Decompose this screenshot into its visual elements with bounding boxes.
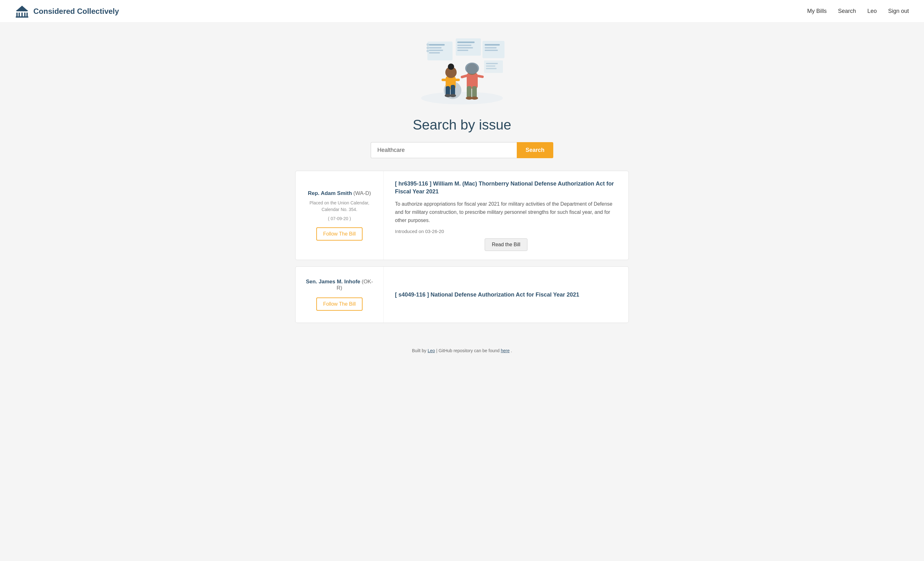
svg-marker-7 [17, 6, 27, 10]
logo-link[interactable]: Considered Collectively [15, 4, 119, 18]
svg-rect-12 [429, 50, 443, 51]
svg-rect-25 [484, 50, 498, 51]
search-bar: Search [371, 142, 553, 158]
rep-name-1: Rep. Adam Smith (WA-D) [308, 190, 371, 196]
header: Considered Collectively My Bills Search … [0, 0, 924, 22]
footer-text-end: . [511, 348, 512, 353]
svg-rect-33 [451, 85, 455, 96]
svg-rect-24 [484, 47, 496, 48]
rep-name-2: Sen. James M. Inhofe (OK-R) [303, 278, 376, 291]
rep-date-1: ( 07-09-20 ) [328, 216, 351, 221]
footer-text-mid: | GitHub repository can be found [436, 348, 501, 353]
bill-1-title: [ hr6395-116 ] William M. (Mac) Thornber… [395, 180, 617, 196]
results-list: Rep. Adam Smith (WA-D) Placed on the Uni… [289, 171, 635, 342]
svg-rect-28 [486, 66, 495, 67]
nav-sign-out[interactable]: Sign out [888, 8, 909, 15]
footer: Built by Leo | GitHub repository can be … [0, 342, 924, 359]
svg-point-8 [421, 92, 503, 105]
svg-rect-13 [429, 52, 440, 54]
main-nav: My Bills Search Leo Sign out [807, 8, 909, 15]
bill-2-right-panel: [ s4049-116 ] National Defense Authoriza… [384, 267, 628, 323]
svg-point-14 [426, 43, 429, 46]
nav-leo[interactable]: Leo [867, 8, 877, 15]
svg-rect-4 [24, 13, 26, 16]
hero-section [0, 22, 924, 111]
svg-rect-23 [484, 44, 500, 46]
svg-rect-42 [472, 86, 477, 98]
search-section: Search by issue Search [0, 111, 924, 171]
svg-rect-19 [457, 45, 471, 46]
bill-1-introduced: Introduced on 03-26-20 [395, 229, 617, 234]
svg-point-37 [448, 64, 454, 70]
svg-rect-3 [21, 13, 22, 16]
bill-2-left-panel: Sen. James M. Inhofe (OK-R) Follow The B… [296, 267, 384, 323]
svg-rect-29 [486, 68, 496, 69]
bill-1-left-panel: Rep. Adam Smith (WA-D) Placed on the Uni… [296, 171, 384, 260]
svg-rect-39 [454, 79, 460, 81]
read-bill-1-button[interactable]: Read the Bill [484, 238, 528, 251]
svg-point-15 [426, 46, 429, 49]
logo-icon [15, 4, 29, 18]
svg-rect-1 [16, 13, 18, 16]
follow-bill-1-button[interactable]: Follow The Bill [316, 227, 363, 241]
hero-illustration [408, 35, 516, 105]
svg-point-46 [465, 63, 479, 74]
svg-rect-41 [467, 86, 471, 98]
follow-bill-2-button[interactable]: Follow The Bill [316, 298, 363, 311]
search-title: Search by issue [412, 117, 511, 133]
bill-1-right-panel: [ hr6395-116 ] William M. (Mac) Thornber… [384, 171, 628, 260]
svg-rect-10 [429, 44, 445, 46]
svg-rect-6 [16, 16, 28, 18]
svg-rect-0 [16, 10, 28, 11]
svg-rect-22 [483, 41, 504, 58]
svg-rect-11 [429, 47, 441, 48]
search-input[interactable] [371, 142, 517, 158]
svg-rect-17 [456, 38, 481, 56]
svg-rect-20 [457, 47, 473, 48]
footer-author-link[interactable]: Leo [428, 348, 435, 353]
bill-1-description: To authorize appropriations for fiscal y… [395, 200, 617, 224]
table-row: Rep. Adam Smith (WA-D) Placed on the Uni… [295, 171, 629, 260]
svg-rect-38 [441, 79, 447, 81]
svg-point-35 [450, 94, 456, 97]
svg-point-16 [426, 50, 429, 52]
bill-2-title: [ s4049-116 ] National Defense Authoriza… [395, 291, 617, 299]
svg-point-44 [471, 97, 478, 100]
svg-rect-18 [457, 42, 475, 43]
svg-rect-21 [457, 50, 468, 51]
footer-github-link[interactable]: here [501, 348, 510, 353]
svg-rect-2 [19, 13, 20, 16]
logo-text: Considered Collectively [33, 7, 119, 16]
nav-my-bills[interactable]: My Bills [807, 8, 827, 15]
table-row: Sen. James M. Inhofe (OK-R) Follow The B… [295, 266, 629, 323]
search-button[interactable]: Search [517, 142, 553, 158]
footer-text-pre: Built by [412, 348, 428, 353]
svg-rect-5 [26, 13, 28, 16]
rep-status-1: Placed on the Union Calendar, Calendar N… [303, 200, 376, 213]
svg-rect-48 [477, 75, 484, 78]
nav-search[interactable]: Search [838, 8, 856, 15]
svg-rect-27 [486, 63, 498, 64]
